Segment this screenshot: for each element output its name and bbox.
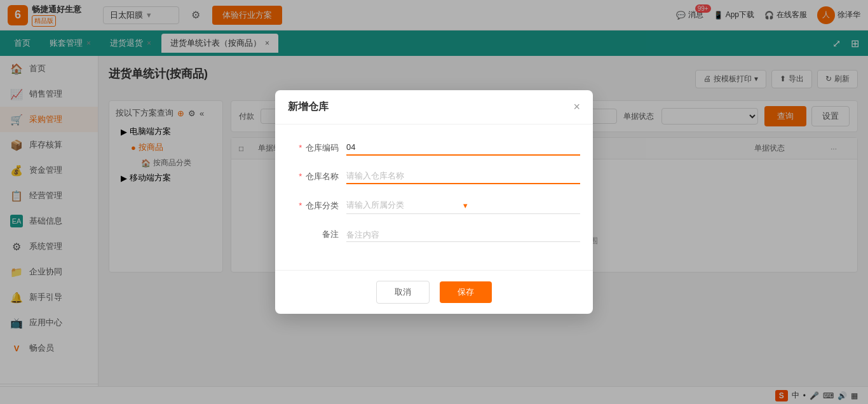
form-label-category: * 仓库分类 [288, 200, 339, 212]
form-row-code: * 仓库编码 [288, 140, 580, 156]
warehouse-name-input[interactable] [346, 168, 580, 184]
form-row-remark: 备注 [288, 227, 580, 242]
warehouse-category-select[interactable]: 请输入所属分类 ▾ [346, 197, 580, 214]
remark-input[interactable] [346, 227, 580, 242]
category-arrow-icon: ▾ [463, 201, 580, 210]
dialog-body: * 仓库编码 * 仓库名称 * 仓库分类 请输入所属 [275, 125, 593, 270]
form-label-name: * 仓库名称 [288, 171, 339, 182]
dialog-footer: 取消 保存 [275, 270, 593, 314]
dialog-close-icon[interactable]: × [573, 100, 580, 114]
category-placeholder: 请输入所属分类 [346, 199, 463, 211]
warehouse-code-input[interactable] [346, 140, 580, 156]
form-row-category: * 仓库分类 请输入所属分类 ▾ [288, 197, 580, 214]
cancel-button[interactable]: 取消 [376, 281, 430, 304]
form-label-code: * 仓库编码 [288, 142, 339, 154]
dialog-title: 新增仓库 [288, 100, 329, 114]
dialog-overlay[interactable]: 新增仓库 × * 仓库编码 * 仓库名称 [0, 0, 868, 404]
form-row-name: * 仓库名称 [288, 168, 580, 184]
form-label-remark: 备注 [288, 229, 339, 240]
add-warehouse-dialog: 新增仓库 × * 仓库编码 * 仓库名称 [275, 90, 593, 314]
dialog-header: 新增仓库 × [275, 90, 593, 125]
save-button[interactable]: 保存 [440, 281, 492, 303]
